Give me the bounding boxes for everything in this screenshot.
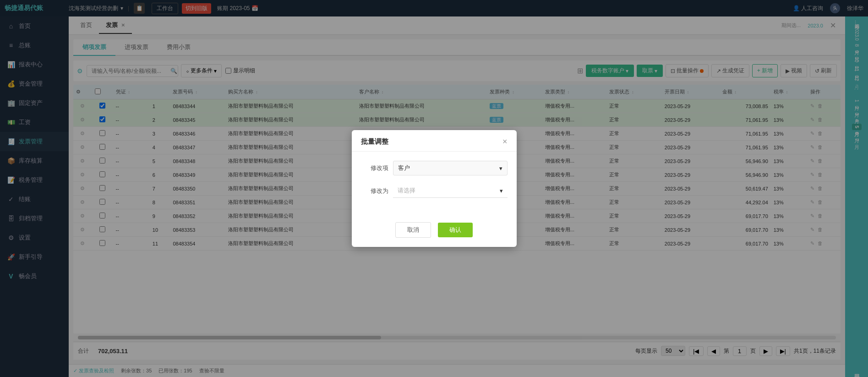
modal-body: 修改项 客户 ▾ 修改为 请选择 ▾: [352, 152, 517, 215]
modal-header: 批量调整 ×: [352, 130, 517, 152]
modal-close-button[interactable]: ×: [502, 137, 508, 147]
modify-to-placeholder: 请选择: [398, 186, 415, 195]
batch-adjust-modal: 批量调整 × 修改项 客户 ▾ 修改为 请选择 ▾ 取消 确认: [352, 130, 517, 247]
modify-field-dropdown-icon: ▾: [499, 165, 502, 172]
cancel-button[interactable]: 取消: [395, 222, 431, 238]
modify-field-row: 修改项 客户 ▾: [361, 161, 508, 175]
modify-to-dropdown-icon: ▾: [500, 187, 503, 194]
modal-footer: 取消 确认: [352, 215, 517, 247]
modify-to-label: 修改为: [361, 187, 388, 195]
modify-field-label: 修改项: [361, 164, 388, 172]
modify-to-row: 修改为 请选择 ▾: [361, 184, 508, 198]
modify-to-select[interactable]: 请选择 ▾: [393, 184, 508, 198]
modal-overlay: 批量调整 × 修改项 客户 ▾ 修改为 请选择 ▾ 取消 确认: [0, 0, 868, 377]
modify-field-select[interactable]: 客户 ▾: [393, 161, 508, 175]
modal-title: 批量调整: [361, 137, 388, 146]
modify-field-value: 客户: [398, 164, 410, 172]
confirm-button[interactable]: 确认: [438, 223, 473, 237]
